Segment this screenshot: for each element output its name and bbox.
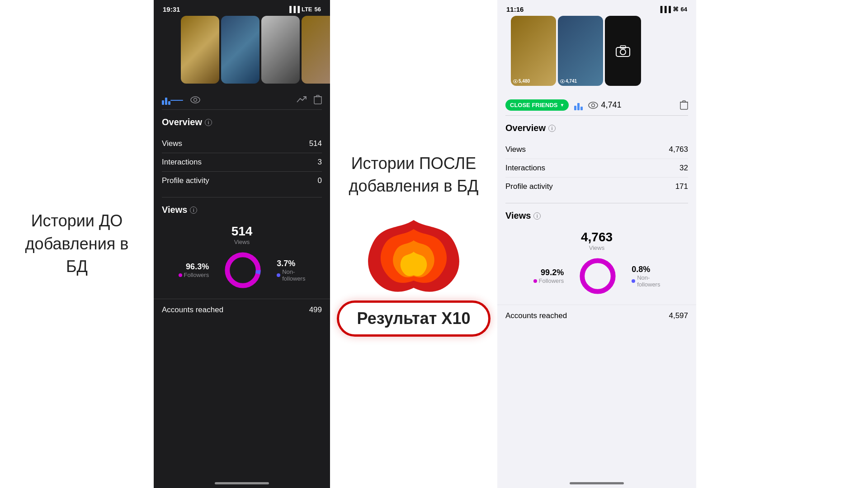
bar-chart-bars-right — [574, 100, 583, 110]
story-thumb-3[interactable] — [261, 16, 300, 84]
camera-icon — [616, 45, 630, 57]
story-thumb-2[interactable] — [221, 16, 259, 84]
story-thumb-4[interactable] — [302, 16, 330, 84]
followers-sub-left: Followers — [179, 272, 209, 278]
accounts-label-left: Accounts reached — [162, 305, 223, 314]
donut-group-left: 514 Views — [162, 224, 322, 245]
donut-chart-right — [577, 256, 618, 296]
time-right: 11:16 — [506, 5, 524, 13]
stat-label-interactions-right: Interactions — [505, 164, 545, 173]
svg-rect-2 — [314, 97, 321, 104]
accounts-value-left: 499 — [309, 305, 322, 314]
views-sub-label-right: Views — [589, 244, 604, 251]
svg-point-1 — [194, 99, 197, 102]
followers-sub-right: Followers — [533, 277, 564, 284]
phone-after: 11:16 ▐▐▐ ⌘ 64 5,480 4,741 — [497, 0, 696, 488]
followers-pct-left: 96.3% — [179, 262, 209, 272]
nonfollowers-pct-left: 3.7% — [277, 259, 305, 268]
trend-icon[interactable] — [297, 96, 307, 104]
svg-point-0 — [191, 97, 200, 103]
eye-icon-right — [588, 102, 598, 109]
stat-value-profile-right: 171 — [675, 182, 688, 191]
overview-info-icon-right[interactable]: i — [548, 125, 556, 132]
thumb-view-2: 4,741 — [560, 79, 577, 84]
left-text-panel: Истории ДОдобавления в БД — [0, 0, 154, 488]
nonfollowers-dot-left — [277, 273, 280, 277]
svg-point-26 — [586, 265, 609, 287]
phone-before: 19:31 ▐▐▐ LTE 56 — [154, 0, 330, 488]
svg-point-11 — [515, 80, 516, 82]
story-thumb-1[interactable] — [181, 16, 219, 84]
followers-pct-right: 99.2% — [533, 268, 564, 277]
overview-section-left: Overview i Views 514 Interactions 3 Prof… — [154, 110, 330, 193]
nonfollowers-sub-left: Non-followers — [277, 268, 305, 282]
donut-label-nonfollowers-right: 0.8% Non-followers — [632, 265, 660, 288]
donut-label-followers-right: 99.2% Followers — [533, 268, 564, 284]
stat-label-profile: Profile activity — [162, 176, 209, 185]
status-bar-left: 19:31 ▐▐▐ LTE 56 — [154, 0, 330, 16]
stat-row-interactions-right: Interactions 32 — [505, 159, 688, 178]
result-badge: Результат Х10 — [338, 301, 490, 336]
views-info-icon[interactable]: i — [190, 206, 197, 214]
svg-point-13 — [562, 80, 563, 82]
bar-chart-bars — [162, 95, 170, 105]
stat-label-profile-right: Profile activity — [505, 182, 553, 191]
result-badge-container: Результат Х10 — [338, 301, 490, 336]
overview-title-right: Overview i — [505, 123, 688, 133]
followers-dot-right — [533, 279, 537, 283]
stat-value-profile: 0 — [318, 176, 322, 185]
left-title: Истории ДОдобавления в БД — [18, 210, 136, 278]
right-thumb-camera[interactable] — [605, 16, 641, 86]
donut-group-right: 4,763 Views — [505, 230, 688, 251]
chevron-down-icon: ▼ — [560, 103, 564, 108]
stat-value-views: 514 — [309, 139, 322, 148]
trash-icon-svg-right — [680, 100, 688, 110]
story-thumbnails-left — [154, 16, 330, 88]
right-thumb-2[interactable]: 4,741 — [558, 16, 603, 86]
flame-area — [337, 216, 491, 297]
nonfollowers-dot-right — [632, 279, 635, 283]
svg-point-15 — [620, 49, 626, 55]
trash-icon[interactable] — [314, 95, 322, 105]
controls-left-right: CLOSE FRIENDS ▼ 4,741 — [505, 99, 621, 111]
donut-chart-left — [222, 250, 263, 291]
time-left: 19:31 — [163, 5, 180, 13]
signal-right: ▐▐▐ ⌘ 64 — [658, 6, 687, 13]
views-big-number-left: 514 — [231, 224, 253, 239]
trash-icon-right[interactable] — [680, 100, 688, 110]
donut-label-followers-left: 96.3% Followers — [179, 262, 209, 278]
bar-chart-icon-right[interactable] — [574, 100, 583, 110]
donut-container-right: 99.2% Followers 0.8% Non-followers — [505, 256, 688, 296]
views-info-icon-right[interactable]: i — [533, 212, 541, 220]
overview-info-icon[interactable]: i — [205, 119, 212, 126]
right-thumb-1[interactable]: 5,480 — [511, 16, 556, 86]
stat-label-views: Views — [162, 139, 182, 148]
svg-rect-19 — [680, 102, 688, 109]
thumb-view-1: 5,480 — [513, 79, 530, 84]
svg-point-9 — [231, 259, 254, 282]
accounts-value-right: 4,597 — [669, 311, 688, 320]
stat-row-profile-right: Profile activity 171 — [505, 178, 688, 196]
accounts-label-right: Accounts reached — [505, 311, 567, 320]
eye-icon[interactable] — [190, 96, 200, 103]
view-count-right: 4,741 — [588, 100, 621, 110]
stat-value-interactions: 3 — [318, 158, 322, 167]
story-thumbnails-right: 5,480 4,741 — [497, 16, 696, 93]
status-bar-right: 11:16 ▐▐▐ ⌘ 64 — [497, 0, 696, 16]
stat-row-views-right: Views 4,763 — [505, 141, 688, 159]
middle-panel: Истории ПОСЛЕдобавления в БД Результат Х… — [330, 0, 497, 488]
controls-row-right: CLOSE FRIENDS ▼ 4,741 — [497, 95, 696, 115]
svg-point-17 — [589, 102, 598, 108]
donut-container-left: 96.3% Followers 3.7% Non-followers — [162, 250, 322, 291]
signal-left: ▐▐▐ LTE 56 — [288, 6, 321, 13]
donut-label-nonfollowers-left: 3.7% Non-followers — [277, 259, 305, 282]
stat-row-views: Views 514 — [162, 135, 322, 153]
nonfollowers-pct-right: 0.8% — [632, 265, 660, 274]
home-indicator-right — [570, 482, 624, 484]
home-indicator-left — [215, 482, 269, 484]
stat-value-views-right: 4,763 — [669, 145, 688, 154]
bar-chart-icon[interactable] — [162, 95, 183, 105]
close-friends-badge[interactable]: CLOSE FRIENDS ▼ — [505, 99, 569, 111]
controls-left — [162, 95, 200, 105]
overview-title-left: Overview i — [162, 117, 322, 127]
